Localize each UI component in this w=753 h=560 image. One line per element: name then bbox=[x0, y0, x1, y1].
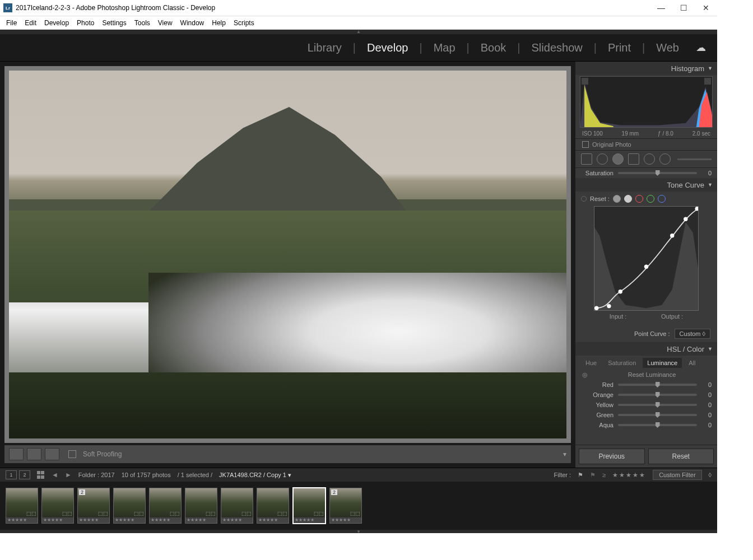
menu-tools[interactable]: Tools bbox=[131, 19, 154, 27]
module-map[interactable]: Map bbox=[431, 41, 458, 54]
reject-filter-icon[interactable]: ⚑ bbox=[590, 472, 596, 479]
folder-label[interactable]: Folder : 2017 bbox=[78, 472, 115, 478]
crop-tool[interactable] bbox=[581, 153, 592, 165]
hsl-tab-saturation[interactable]: Saturation bbox=[603, 358, 640, 368]
preview-image bbox=[9, 71, 566, 438]
module-library[interactable]: Library bbox=[305, 41, 344, 54]
hsl-tab-all[interactable]: All bbox=[684, 358, 700, 368]
channel-red[interactable] bbox=[635, 195, 643, 203]
filename-display[interactable]: JK7A1498.CR2 / Copy 1 ▾ bbox=[219, 472, 291, 479]
channel-rgb[interactable] bbox=[624, 195, 632, 203]
filmstrip-thumb[interactable]: ⬚⬚★★★★★ bbox=[113, 488, 146, 524]
menu-edit[interactable]: Edit bbox=[21, 19, 40, 27]
hsl-green-slider[interactable] bbox=[618, 414, 697, 416]
grid-view-icon[interactable] bbox=[37, 471, 45, 479]
hsl-reset-label[interactable]: Reset Luminance bbox=[628, 371, 676, 378]
menu-file[interactable]: File bbox=[2, 19, 21, 27]
module-slideshow[interactable]: Slideshow bbox=[529, 41, 585, 54]
tonecurve-channels: Reset : bbox=[581, 195, 712, 203]
minimize-button[interactable]: — bbox=[650, 0, 672, 16]
filmstrip-thumb[interactable]: ⬚⬚★★★★★ bbox=[257, 488, 289, 524]
filmstrip-thumb[interactable]: ⬚⬚★★★★★ bbox=[41, 488, 74, 524]
hsl-tab-hue[interactable]: Hue bbox=[581, 358, 601, 368]
hsl-aqua-slider[interactable] bbox=[618, 424, 697, 426]
filmstrip[interactable]: ⬚⬚★★★★★⬚⬚★★★★★2⬚⬚★★★★★⬚⬚★★★★★⬚⬚★★★★★⬚⬚★★… bbox=[0, 482, 717, 530]
tool-slider[interactable] bbox=[677, 158, 712, 160]
right-panel: Histogram▼ ISO 100 19 mm ƒ / 8.0 2.0 sec bbox=[575, 62, 717, 468]
selected-count: / 1 selected / bbox=[178, 472, 212, 478]
filter-lock-icon[interactable]: ◊ bbox=[709, 472, 712, 478]
top-panel-toggle[interactable]: ▲ bbox=[0, 30, 717, 34]
svg-point-2 bbox=[619, 290, 622, 293]
filmstrip-thumb[interactable]: ⬚⬚★★★★★ bbox=[221, 488, 253, 524]
grad-filter-tool[interactable] bbox=[628, 153, 639, 165]
hsl-red-slider[interactable] bbox=[618, 384, 697, 386]
soft-proofing-checkbox[interactable] bbox=[68, 450, 76, 458]
loupe-view-button[interactable] bbox=[9, 448, 24, 460]
hsl-orange-slider[interactable] bbox=[618, 394, 697, 396]
hsl-red-row: Red0 bbox=[575, 380, 717, 390]
hsl-yellow-slider[interactable] bbox=[618, 404, 697, 406]
close-button[interactable]: ✕ bbox=[695, 0, 717, 16]
channel-blue[interactable] bbox=[658, 195, 666, 203]
app-icon: Lr bbox=[3, 3, 12, 12]
filmstrip-thumb[interactable]: ⬚⬚★★★★★ bbox=[6, 488, 38, 524]
channel-parametric[interactable] bbox=[613, 195, 621, 203]
previous-button[interactable]: Previous bbox=[579, 449, 645, 464]
redeye-tool[interactable] bbox=[612, 153, 624, 165]
saturation-slider[interactable] bbox=[618, 172, 697, 174]
nav-back-icon[interactable]: ◄ bbox=[52, 471, 58, 479]
cloud-sync-icon[interactable]: ☁ bbox=[696, 41, 706, 54]
flag-filter-icon[interactable]: ⚑ bbox=[578, 472, 583, 479]
hsl-tab-luminance[interactable]: Luminance bbox=[643, 358, 682, 368]
brush-tool[interactable] bbox=[659, 153, 671, 165]
before-after-button[interactable] bbox=[27, 448, 41, 460]
filmstrip-thumb[interactable]: 2⬚⬚★★★★★ bbox=[77, 488, 110, 524]
shutter-value: 2.0 sec bbox=[692, 130, 710, 137]
bottom-panel-toggle[interactable]: ▼ bbox=[0, 530, 717, 533]
filmstrip-thumb[interactable]: ⬚⬚★★★★★ bbox=[292, 487, 326, 524]
channel-green[interactable] bbox=[647, 195, 654, 203]
original-checkbox[interactable] bbox=[582, 141, 589, 148]
hsl-target-icon[interactable]: ◎ bbox=[582, 371, 588, 379]
star-filter[interactable]: ★★★★★ bbox=[612, 472, 646, 479]
radial-filter-tool[interactable] bbox=[644, 153, 655, 165]
tonecurve-header[interactable]: Tone Curve▼ bbox=[575, 178, 717, 192]
hsl-header[interactable]: HSL / Color▼ bbox=[575, 342, 717, 356]
toolbar-dropdown[interactable]: ▾ bbox=[563, 450, 566, 458]
original-photo-row[interactable]: Original Photo bbox=[575, 138, 717, 151]
saturation-row: Saturation 0 bbox=[575, 168, 717, 178]
menu-window[interactable]: Window bbox=[176, 19, 208, 27]
menu-scripts[interactable]: Scripts bbox=[230, 19, 258, 27]
histogram-header[interactable]: Histogram▼ bbox=[575, 62, 717, 75]
screen-2-button[interactable]: 2 bbox=[19, 470, 30, 479]
histogram-display[interactable] bbox=[580, 76, 713, 128]
menu-photo[interactable]: Photo bbox=[73, 19, 98, 27]
filmstrip-thumb[interactable]: ⬚⬚★★★★★ bbox=[149, 488, 182, 524]
nav-fwd-icon[interactable]: ► bbox=[65, 471, 72, 479]
module-web[interactable]: Web bbox=[654, 41, 681, 54]
menu-settings[interactable]: Settings bbox=[98, 19, 130, 27]
tone-curve-editor[interactable] bbox=[594, 206, 699, 311]
spot-removal-tool[interactable] bbox=[597, 153, 608, 165]
module-develop[interactable]: Develop bbox=[365, 41, 410, 54]
maximize-button[interactable]: ☐ bbox=[672, 0, 695, 16]
filmstrip-thumb[interactable]: 2⬚⬚★★★★★ bbox=[329, 488, 362, 524]
compare-button[interactable] bbox=[45, 448, 59, 460]
reset-button[interactable]: Reset bbox=[648, 449, 714, 464]
menu-develop[interactable]: Develop bbox=[40, 19, 73, 27]
point-curve-select[interactable]: Custom ◊ bbox=[675, 329, 710, 339]
custom-filter-select[interactable]: Custom Filter bbox=[653, 470, 701, 480]
menu-help[interactable]: Help bbox=[208, 19, 230, 27]
screen-1-button[interactable]: 1 bbox=[6, 470, 17, 479]
module-book[interactable]: Book bbox=[478, 41, 509, 54]
titlebar: Lr 2017Iceland-2-2-3 - Adobe Photoshop L… bbox=[0, 0, 717, 16]
hsl-aqua-row: Aqua0 bbox=[575, 420, 717, 430]
module-print[interactable]: Print bbox=[606, 41, 633, 54]
highlight-clip-indicator[interactable] bbox=[704, 78, 711, 85]
shadow-clip-indicator[interactable] bbox=[582, 78, 588, 85]
filmstrip-thumb[interactable]: ⬚⬚★★★★★ bbox=[185, 488, 217, 524]
image-canvas[interactable] bbox=[4, 66, 571, 443]
menu-view[interactable]: View bbox=[154, 19, 176, 27]
target-adjust-icon[interactable] bbox=[581, 196, 587, 202]
